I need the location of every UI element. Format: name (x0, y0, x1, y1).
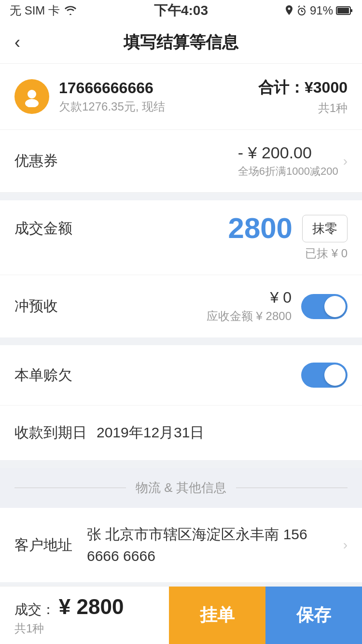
coupon-chevron-icon: › (343, 154, 348, 169)
svg-rect-6 (337, 8, 349, 14)
back-button[interactable]: ‹ (10, 28, 25, 57)
bottom-summary: 成交： ¥ 2800 共1种 (0, 595, 169, 636)
duedate-label: 收款到期日 (14, 423, 87, 443)
divider-line-right (236, 488, 348, 488)
battery-icon (336, 6, 352, 15)
svg-point-9 (25, 99, 39, 107)
amount-row: 成交金额 2800 抹零 (14, 214, 348, 243)
gray-divider-1 (0, 193, 362, 200)
bottom-bar: 成交： ¥ 2800 共1种 挂单 保存 (0, 586, 362, 644)
total-label: 合计： (258, 79, 305, 96)
customer-row: 17666666666 欠款1276.35元, 现结 合计：¥3000 共1种 (0, 64, 362, 129)
amount-label: 成交金额 (14, 219, 72, 238)
coupon-detail: - ¥ 200.00 全场6折满1000减200 (238, 143, 338, 179)
bottom-deal-count: 共1种 (14, 621, 154, 636)
logistics-divider: 物流 & 其他信息 (0, 468, 362, 508)
precollect-label: 冲预收 (14, 296, 58, 316)
hold-order-button[interactable]: 挂单 (169, 587, 265, 644)
save-button[interactable]: 保存 (265, 587, 362, 644)
battery-label: 91% (310, 4, 333, 17)
coupon-discount: - ¥ 200.00 (238, 143, 338, 162)
bottom-deal-label: 成交： (14, 602, 55, 617)
status-right: 91% (285, 4, 352, 17)
duedate-value: 2019年12月31日 (97, 423, 204, 443)
status-time: 下午4:03 (154, 1, 208, 20)
precollect-toggle[interactable] (301, 294, 348, 319)
customer-info: 17666666666 欠款1276.35元, 现结 (59, 79, 258, 114)
address-value: 张 北京市市辖区海淀区永丰南 156 6666 6666 (87, 523, 343, 567)
precollect-row: 冲预收 ¥ 0 应收金额 ¥ 2800 (0, 275, 362, 337)
svg-line-4 (304, 6, 305, 7)
svg-point-8 (28, 90, 36, 98)
duedate-row: 收款到期日 2019年12月31日 (0, 405, 362, 460)
precollect-value-group: ¥ 0 应收金额 ¥ 2800 (207, 289, 292, 324)
coupon-right: - ¥ 200.00 全场6折满1000减200 › (238, 143, 348, 179)
amount-section: 成交金额 2800 抹零 已抹 ¥ 0 (0, 200, 362, 275)
bottom-deal-amount: ¥ 2800 (59, 595, 124, 618)
amount-value-group: 2800 抹零 (228, 214, 348, 243)
precollect-right: ¥ 0 应收金额 ¥ 2800 (207, 289, 348, 324)
amount-number: 2800 (228, 214, 292, 243)
logistics-label: 物流 & 其他信息 (126, 479, 236, 496)
total-value: ¥3000 (305, 79, 348, 96)
address-chevron-icon: › (343, 537, 348, 553)
customer-phone: 17666666666 (59, 79, 258, 97)
divider-line-left (14, 488, 126, 488)
coupon-row[interactable]: 优惠券 - ¥ 200.00 全场6折满1000减200 › (0, 129, 362, 192)
total-count: 共1种 (258, 100, 348, 116)
alarm-icon (296, 5, 307, 16)
sim-label: 无 SIM 卡 (10, 3, 60, 18)
toggle-knob (324, 296, 346, 317)
coupon-label: 优惠券 (14, 151, 58, 171)
coupon-desc: 全场6折满1000减200 (238, 164, 338, 179)
gray-divider-2 (0, 337, 362, 345)
precollect-sub: 应收金额 ¥ 2800 (207, 308, 292, 324)
address-row[interactable]: 客户地址 张 北京市市辖区海淀区永丰南 156 6666 6666 › (0, 508, 362, 582)
wifi-icon (64, 6, 77, 15)
debt-label: 本单赊欠 (14, 365, 72, 385)
amount-sub: 已抹 ¥ 0 (14, 246, 348, 261)
bottom-deal-row: 成交： ¥ 2800 (14, 595, 154, 619)
debt-toggle-knob (324, 364, 346, 386)
debt-toggle[interactable] (301, 363, 348, 388)
customer-total: 合计：¥3000 共1种 (258, 77, 348, 116)
svg-line-3 (298, 6, 300, 7)
gray-divider-3 (0, 460, 362, 468)
nav-bar: ‹ 填写结算等信息 (0, 21, 362, 64)
location-icon (285, 5, 293, 16)
status-bar: 无 SIM 卡 下午4:03 91% (0, 0, 362, 21)
round-zero-button[interactable]: 抹零 (302, 215, 348, 242)
debt-row: 本单赊欠 (0, 345, 362, 405)
page-title: 填写结算等信息 (124, 31, 238, 54)
avatar (14, 79, 49, 114)
precollect-amount: ¥ 0 (207, 289, 292, 307)
user-avatar-icon (21, 86, 42, 107)
customer-debt: 欠款1276.35元, 现结 (59, 99, 258, 114)
address-label: 客户地址 (14, 535, 72, 555)
svg-rect-7 (351, 9, 352, 12)
status-left: 无 SIM 卡 (10, 3, 77, 18)
total-amount: 合计：¥3000 (258, 77, 348, 98)
